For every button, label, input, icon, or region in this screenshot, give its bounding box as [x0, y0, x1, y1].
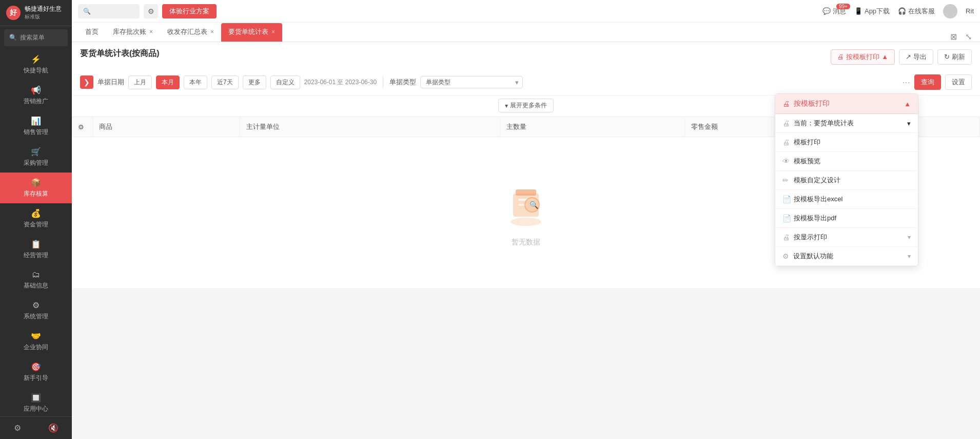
- tab-restore-btn[interactable]: ⤡: [963, 32, 974, 42]
- current-item-chevron: ▾: [907, 120, 911, 127]
- purchase-icon: 🛒: [31, 147, 41, 157]
- sidebar-item-label: 销售管理: [24, 128, 48, 137]
- topbar-gear-btn[interactable]: ⚙: [144, 4, 158, 18]
- tab-receipt-summary[interactable]: 收发存汇总表 ×: [160, 23, 221, 42]
- sidebar-item-label: 系统管理: [24, 312, 48, 321]
- tab-maximize-btn[interactable]: ⊠: [948, 32, 959, 42]
- app-download-label: App下载: [865, 7, 890, 16]
- date-btn-more[interactable]: 更多: [243, 75, 266, 89]
- tab-order-stats[interactable]: 要货单统计表 ×: [221, 23, 282, 42]
- export-btn[interactable]: ↗ 导出: [899, 49, 933, 65]
- col-unit: 主计量单位: [240, 117, 500, 137]
- inventory-icon: 📦: [31, 178, 41, 187]
- dropdown-display-print[interactable]: 🖨 按显示打印 ▾: [775, 228, 918, 247]
- type-filter-label: 单据类型: [389, 78, 416, 87]
- print-template-btn[interactable]: 🖨 按模板打印 ▲: [831, 49, 895, 65]
- online-service-btn[interactable]: 🎧 在线客服: [898, 7, 935, 16]
- col-settings[interactable]: ⚙: [72, 117, 92, 137]
- dropdown-template-print[interactable]: 🖨 模板打印: [775, 133, 918, 152]
- display-print-label: 按显示打印: [794, 233, 827, 242]
- default-func-chevron: ▾: [908, 253, 911, 260]
- sidebar-item-enterprise[interactable]: 🤝 企业协同: [0, 326, 72, 357]
- date-btn-last-month[interactable]: 上月: [128, 75, 152, 89]
- dropdown-header: 🖨 按模板打印 ▲: [775, 94, 918, 114]
- sidebar-item-system[interactable]: ⚙ 系统管理: [0, 295, 72, 326]
- tab-batch-account[interactable]: 库存批次账 ×: [106, 23, 160, 42]
- marketing-icon: 📢: [31, 85, 41, 95]
- sidebar-item-label: 库存核算: [24, 189, 48, 198]
- date-btn-custom[interactable]: 自定义: [270, 75, 300, 89]
- date-btn-this-month[interactable]: 本月: [156, 75, 180, 89]
- filter-toggle-btn[interactable]: ❯: [80, 75, 93, 89]
- sidebar-item-sales[interactable]: 📊 销售管理: [0, 111, 72, 142]
- sidebar-item-inventory[interactable]: 📦 库存核算: [0, 173, 72, 203]
- tab-batch-account-close[interactable]: ×: [149, 28, 153, 35]
- tab-receipt-summary-close[interactable]: ×: [210, 28, 214, 35]
- topbar-search-box[interactable]: 🔍: [78, 4, 140, 18]
- service-icon: 🎧: [898, 7, 906, 15]
- sidebar-search[interactable]: 🔍 搜索菜单: [4, 29, 68, 46]
- trial-btn[interactable]: 体验行业方案: [162, 4, 217, 18]
- filter-bar: ❯ 单据日期 上月 本月 本年 近7天 更多 自定义 2023-06-01 至 …: [72, 69, 980, 96]
- tab-order-stats-label: 要货单统计表: [228, 27, 268, 36]
- dropdown-export-pdf[interactable]: 📄 按模板导出pdf: [775, 209, 918, 228]
- settings-bottom-icon[interactable]: ⚙: [14, 423, 21, 433]
- query-btn[interactable]: 查询: [914, 74, 941, 90]
- tab-home[interactable]: 首页: [78, 23, 106, 42]
- app-name: 畅捷通好生意: [25, 5, 62, 13]
- refresh-btn-label: 刷新: [952, 52, 965, 62]
- sidebar-item-apps[interactable]: 🔲 应用中心: [0, 388, 72, 416]
- topbar-right: 💬 消息 99+ 📱 App下载 🎧 在线客服 Rit: [822, 4, 974, 18]
- refresh-btn[interactable]: ↻ 刷新: [937, 49, 972, 65]
- avatar[interactable]: [943, 4, 957, 18]
- dropdown-template-design[interactable]: ✏ 模板自定义设计: [775, 171, 918, 190]
- sidebar-item-operations[interactable]: 📋 经营管理: [0, 234, 72, 265]
- default-func-icon: ⚙: [782, 252, 789, 260]
- settings-btn[interactable]: 设置: [945, 74, 972, 90]
- apps-icon: 🔲: [31, 393, 41, 403]
- dropdown-title-area: 🖨 按模板打印: [782, 99, 830, 108]
- print-icon: 🖨: [837, 53, 844, 61]
- sidebar-item-quick-nav[interactable]: ⚡ 快捷导航: [0, 49, 72, 80]
- message-icon: 💬: [822, 7, 831, 15]
- sidebar-item-label: 资金管理: [24, 220, 48, 229]
- dropdown-template-preview[interactable]: 👁 模板预览: [775, 152, 918, 171]
- export-pdf-icon: 📄: [782, 214, 791, 222]
- sidebar-item-label: 企业协同: [24, 343, 48, 352]
- sidebar-item-basic[interactable]: 🗂 基础信息: [0, 265, 72, 295]
- main-content: 🔍 ⚙ 体验行业方案 💬 消息 99+ 📱 App下载 🎧 在线客服 Rit: [72, 0, 980, 439]
- refresh-icon: ↻: [944, 53, 950, 61]
- expand-conditions-btn[interactable]: ▾ 展开更多条件: [498, 99, 554, 112]
- current-item-label: 当前：要货单统计表: [794, 119, 854, 128]
- dropdown-default-func[interactable]: ⚙ 设置默认功能 ▾: [775, 247, 918, 266]
- type-select-wrapper: 单据类型 要货单: [420, 76, 523, 88]
- sidebar-item-label: 应用中心: [24, 405, 48, 413]
- export-excel-label: 按模板导出excel: [794, 195, 842, 204]
- quick-nav-icon: ⚡: [31, 54, 41, 64]
- dropdown-up-chevron[interactable]: ▲: [904, 100, 911, 108]
- dropdown-print-icon: 🖨: [782, 100, 790, 108]
- svg-point-0: [511, 218, 541, 226]
- mute-icon[interactable]: 🔇: [48, 423, 58, 433]
- tab-batch-account-label: 库存批次账: [113, 27, 146, 36]
- more-options-icon[interactable]: ⋯: [902, 78, 910, 87]
- sidebar-item-purchase[interactable]: 🛒 采购管理: [0, 142, 72, 173]
- sidebar-bottom: ⚙ 🔇: [0, 416, 72, 439]
- sidebar: 好 畅捷通好生意 标准版 🔍 搜索菜单 ⚡ 快捷导航 📢 营销推广 📊 销售管理…: [0, 0, 72, 439]
- dropdown-export-excel[interactable]: 📄 按模板导出excel: [775, 190, 918, 209]
- search-icon: 🔍: [9, 34, 17, 41]
- expand-label: 展开更多条件: [510, 101, 547, 110]
- date-btn-7days[interactable]: 近7天: [211, 75, 239, 89]
- date-btn-this-year[interactable]: 本年: [184, 75, 207, 89]
- app-download-btn[interactable]: 📱 App下载: [854, 7, 890, 16]
- tab-order-stats-close[interactable]: ×: [271, 28, 275, 35]
- type-select[interactable]: 单据类型 要货单: [420, 76, 523, 88]
- message-btn[interactable]: 💬 消息 99+: [822, 7, 846, 16]
- dropdown-current-item[interactable]: 🖨 当前：要货单统计表 ▾: [775, 114, 918, 133]
- display-print-icon: 🖨: [782, 233, 790, 241]
- sidebar-item-finance[interactable]: 💰 资金管理: [0, 203, 72, 234]
- sidebar-item-newbie[interactable]: 🎯 新手引导: [0, 357, 72, 388]
- sidebar-logo: 好 畅捷通好生意 标准版: [0, 0, 72, 26]
- topbar: 🔍 ⚙ 体验行业方案 💬 消息 99+ 📱 App下载 🎧 在线客服 Rit: [72, 0, 980, 23]
- sidebar-item-marketing[interactable]: 📢 营销推广: [0, 80, 72, 111]
